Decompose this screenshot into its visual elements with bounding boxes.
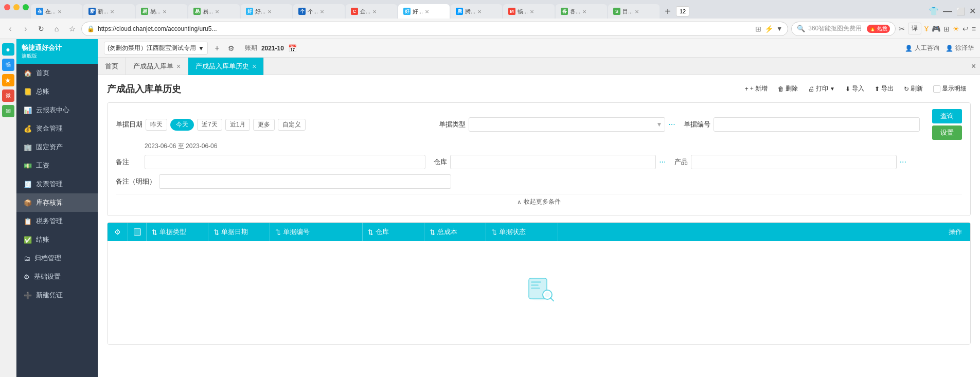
add-btn[interactable]: + + 新增 (741, 82, 772, 95)
tab-count[interactable]: 12 (676, 6, 689, 16)
app-icon-360[interactable]: ● (2, 43, 14, 56)
warehouse-dots[interactable]: ··· (659, 157, 666, 167)
tab-1[interactable]: 在 在... × (31, 4, 82, 19)
user-avatar[interactable]: 👤 徐泽华 (946, 44, 974, 52)
type-select[interactable] (469, 117, 665, 132)
sidebar-item-newbill[interactable]: ➕ 新建凭证 (16, 286, 98, 304)
refresh-btn[interactable]: ↻ 刷新 (900, 82, 927, 95)
nav-back-btn[interactable]: ‹ (4, 23, 16, 35)
note2-input[interactable] (159, 174, 451, 189)
nav-home-btn[interactable]: ⌂ (50, 23, 63, 35)
app-icon-weibo[interactable]: 微 (2, 89, 14, 102)
show-cols-check[interactable]: 显示明细 (929, 82, 971, 95)
tab-11[interactable]: 各 各... × (556, 4, 607, 19)
tab-close-6[interactable]: × (320, 8, 324, 15)
tab-close-1[interactable]: × (58, 8, 62, 15)
sidebar-item-tax[interactable]: 📋 税务管理 (16, 212, 98, 230)
app-icon-cj[interactable]: 畅 (2, 59, 14, 71)
nav-forward-btn[interactable]: › (20, 23, 32, 35)
tab-5[interactable]: 好 好... × (241, 4, 292, 19)
tab-close-3[interactable]: × (163, 8, 167, 15)
tab-close-9[interactable]: × (477, 8, 482, 15)
window-maximize-btn[interactable] (23, 4, 29, 10)
date-btn-custom[interactable]: 自定义 (278, 119, 306, 131)
nav-refresh-btn[interactable]: ↻ (35, 23, 47, 35)
content-area-close-btn[interactable]: × (971, 62, 976, 71)
tab-close-10[interactable]: × (530, 8, 534, 15)
sidebar-item-settle[interactable]: ✅ 结账 (16, 230, 98, 249)
sort-cost-icon[interactable]: ⇅ (430, 228, 435, 236)
export-btn[interactable]: ⬆ 导出 (870, 82, 898, 95)
tab-home[interactable]: 首页 (98, 58, 126, 75)
tab-close-7[interactable]: × (372, 8, 377, 15)
num-input[interactable] (714, 117, 920, 132)
collapse-btn[interactable]: ∧ 收起更多条件 (511, 195, 567, 208)
sidebar-item-salary[interactable]: 💵 工资 (16, 156, 98, 175)
settings-btn[interactable]: 设置 (932, 125, 962, 140)
tab-history-close[interactable]: × (252, 62, 256, 70)
tab-4[interactable]: 易 易... × (188, 4, 240, 19)
date-btn-1month[interactable]: 近1月 (225, 119, 251, 131)
tab-6[interactable]: 个 个... × (293, 4, 345, 19)
window-close-x-btn[interactable]: ✕ (969, 6, 976, 16)
query-btn[interactable]: 查询 (932, 109, 962, 123)
calendar-icon[interactable]: 📅 (288, 44, 297, 52)
date-btn-more[interactable]: 更多 (253, 119, 275, 131)
url-dropdown-icon[interactable]: ▼ (776, 25, 782, 32)
tab-close-12[interactable]: × (635, 8, 639, 15)
tab-close-2[interactable]: × (110, 8, 114, 15)
sidebar-item-ledger[interactable]: 📒 总账 (16, 82, 98, 101)
window-restore-btn[interactable]: ⬜ (956, 7, 965, 15)
sort-warehouse-icon[interactable]: ⇅ (368, 228, 373, 236)
sidebar-item-reports[interactable]: 📊 云报表中心 (16, 101, 98, 119)
tab-list[interactable]: 产成品入库单 × (126, 58, 188, 75)
app-icon-mail[interactable]: ✉ (2, 105, 14, 117)
tab-close-4[interactable]: × (215, 8, 219, 15)
sidebar-item-archive[interactable]: 🗂 归档管理 (16, 249, 98, 267)
tab-close-11[interactable]: × (582, 8, 586, 15)
date-btn-yesterday[interactable]: 昨天 (146, 119, 167, 131)
sort-date-icon[interactable]: ⇅ (213, 228, 219, 236)
sort-status-icon[interactable]: ⇅ (491, 228, 497, 236)
delete-btn[interactable]: 🗑 删除 (774, 82, 802, 95)
date-btn-today[interactable]: 今天 (170, 119, 194, 131)
ai-consult-link[interactable]: 👤 人工咨询 (905, 44, 939, 52)
tab-add-btn[interactable]: + (661, 4, 675, 19)
product-dots[interactable]: ··· (900, 157, 906, 167)
tab-12[interactable]: S 目... × (608, 4, 660, 19)
sort-num-icon[interactable]: ⇅ (275, 228, 281, 236)
tab-history[interactable]: 产成品入库单历史 × (188, 58, 264, 75)
company-selector[interactable]: (勿删勿禁用）江西腿宝测试专用 ▼ (104, 42, 208, 55)
window-close-btn[interactable] (4, 4, 10, 10)
sidebar-item-invoice[interactable]: 🧾 发票管理 (16, 175, 98, 193)
tab-3[interactable]: 易 易... × (136, 4, 187, 19)
type-dots[interactable]: ··· (668, 120, 675, 129)
import-btn[interactable]: ⬇ 导入 (841, 82, 868, 95)
sidebar-item-home[interactable]: 🏠 首页 (16, 64, 98, 82)
add-company-btn[interactable]: + (212, 43, 222, 53)
sidebar-item-assets[interactable]: 🏢 固定资产 (16, 138, 98, 156)
product-input[interactable] (691, 155, 897, 169)
th-gear[interactable]: ⚙ (108, 223, 128, 241)
tab-close-5[interactable]: × (268, 8, 272, 15)
sidebar-item-inventory[interactable]: 📦 库存核算 (16, 193, 98, 212)
translate-btn[interactable]: 译 (908, 23, 921, 34)
tab-7[interactable]: C 企... × (346, 4, 397, 19)
note-input[interactable] (145, 155, 425, 169)
tab-9[interactable]: 腾 腾... × (451, 4, 502, 19)
sidebar-item-funds[interactable]: 💰 资金管理 (16, 119, 98, 138)
nav-favorite-btn[interactable]: ☆ (66, 23, 78, 35)
tab-10[interactable]: M 畅... × (503, 4, 555, 19)
tab-2[interactable]: 新 新... × (83, 4, 135, 19)
th-check[interactable] (128, 223, 147, 241)
sidebar-item-basic[interactable]: ⚙ 基础设置 (16, 267, 98, 286)
window-minimize-btn[interactable] (13, 4, 20, 10)
settings-gear-btn[interactable]: ⚙ (226, 43, 237, 53)
tab-close-8[interactable]: × (425, 8, 429, 15)
app-icon-star[interactable]: ★ (2, 74, 14, 86)
search-360-bar[interactable]: 🔍 360智能抠图免费用 🔥 热搜 (791, 22, 896, 36)
tab-list-close[interactable]: × (176, 62, 181, 70)
tab-8-active[interactable]: 好 好... × (398, 4, 450, 19)
print-btn[interactable]: 🖨 打印 ▼ (804, 82, 839, 95)
sort-type-icon[interactable]: ⇅ (152, 228, 157, 236)
